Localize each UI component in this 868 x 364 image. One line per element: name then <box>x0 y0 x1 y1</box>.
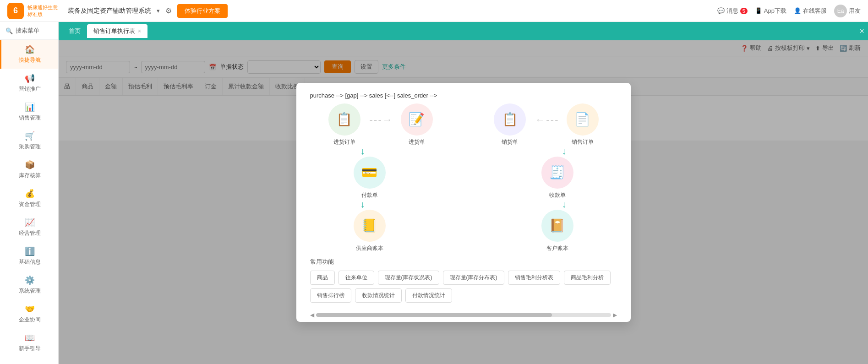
sidebar-item-basic-info[interactable]: ℹ️ 基础信息 <box>0 242 58 271</box>
func-btn-product-margin[interactable]: 商品毛利分析 <box>564 271 611 285</box>
scroll-thumb <box>316 313 552 317</box>
tab-bar: 首页 销售订单执行表 × × <box>59 22 868 40</box>
page-content: ❓ 帮助 🖨 按模板打印 ▾ ⬆ 导出 🔄 刷新 <box>59 40 868 364</box>
tab-home[interactable]: 首页 <box>62 24 87 38</box>
sidebar-item-label: 企业协同 <box>19 316 41 324</box>
tab-sales-order[interactable]: 销售订单执行表 × <box>87 24 147 38</box>
user-avatar: Ea <box>834 5 847 17</box>
func-btn-sales-rank[interactable]: 销售排行榜 <box>310 288 351 303</box>
flow-node-payment[interactable]: 💳 付款单 <box>344 157 395 199</box>
sidebar-item-label: 销售管理 <box>19 114 41 122</box>
sidebar-item-label: 基础信息 <box>19 258 41 266</box>
operations-icon: 📈 <box>25 217 35 228</box>
service-icon: 👤 <box>794 7 801 14</box>
sidebar-item-purchase[interactable]: 🛒 采购管理 <box>0 126 58 155</box>
purchase-label: 进货单 <box>409 138 425 146</box>
arrow-down-receipt: ↓ <box>548 199 580 210</box>
scroll-right-icon[interactable]: ▶ <box>613 312 617 318</box>
arrow-down-payment: ↓ <box>347 199 379 210</box>
sidebar-item-system[interactable]: ⚙️ 系统管理 <box>0 271 58 299</box>
settings-gear-icon[interactable]: ⚙ <box>165 6 172 15</box>
purchase-order-label: 进货订单 <box>333 138 355 146</box>
sidebar-item-label: 快捷导航 <box>19 56 41 64</box>
dropdown-icon[interactable]: ▾ <box>157 7 160 14</box>
func-btn-product[interactable]: 商品 <box>310 271 335 285</box>
func-btn-payment-stats[interactable]: 付款情况统计 <box>405 288 452 303</box>
tab-close-icon[interactable]: × <box>138 28 141 34</box>
scroll-track[interactable] <box>316 313 611 317</box>
main-layout: 🔍 搜索菜单 🏠 快捷导航 📢 营销推广 📊 销售管理 🛒 采购管理 📦 <box>0 22 868 364</box>
logo-area: 6 畅康通好生意 标准版 <box>7 3 62 19</box>
sidebar-item-inventory[interactable]: 📦 库存核算 <box>0 155 58 184</box>
flow-node-purchase-order[interactable]: 📋 进货订单 <box>319 103 370 146</box>
online-service-button[interactable]: 👤 在线客服 <box>794 7 827 15</box>
flow-node-purchase[interactable]: 📝 进货单 <box>392 103 442 146</box>
func-btn-receipt-stats[interactable]: 收款情况统计 <box>355 288 402 303</box>
func-btn-stock-dist[interactable]: 现存量(库存分布表) <box>443 271 504 285</box>
search-icon: 🔍 <box>5 27 13 34</box>
experience-button[interactable]: 体验行业方案 <box>177 4 228 18</box>
user-menu[interactable]: Ea 用友 <box>834 5 861 17</box>
top-bar: 6 畅康通好生意 标准版 装备及固定资产辅助管理系统 ▾ ⚙ 体验行业方案 💬 … <box>0 0 868 22</box>
sidebar-item-label: 资金管理 <box>19 201 41 208</box>
message-button[interactable]: 💬 消息 5 <box>717 7 748 15</box>
info-icon: ℹ️ <box>25 246 35 256</box>
logo-text: 畅康通好生意 标准版 <box>27 4 58 17</box>
marketing-icon: 📢 <box>25 73 35 83</box>
guide-icon: 📖 <box>25 333 35 343</box>
func-btn-stock-status[interactable]: 现存量(库存状况表) <box>378 271 439 285</box>
sidebar-item-cooperation[interactable]: 🤝 企业协同 <box>0 299 58 328</box>
top-bar-left: 6 畅康通好生意 标准版 装备及固定资产辅助管理系统 ▾ ⚙ 体验行业方案 <box>7 3 228 19</box>
logo-icon: 6 <box>7 3 24 19</box>
func-btn-partners[interactable]: 往来单位 <box>338 271 374 285</box>
message-badge: 5 <box>740 8 748 14</box>
flow-node-sales-order[interactable]: 📄 销售订单 <box>557 103 608 146</box>
close-all-tabs-icon[interactable]: × <box>859 27 864 36</box>
sidebar-item-label: 采购管理 <box>19 143 41 151</box>
common-functions: 常用功能 商品 往来单位 现存量(库存状况表) 现存量(库存分布表) 销售毛利分… <box>310 252 617 310</box>
search-menu[interactable]: 🔍 搜索菜单 <box>0 22 58 40</box>
arrow-down-purchase: ↓ <box>347 146 379 157</box>
scroll-left-icon[interactable]: ◀ <box>310 312 314 318</box>
sales-label: 销货单 <box>502 138 518 146</box>
modal-overlay[interactable]: purchase --> [gap] --> sales [<--] sales… <box>59 40 868 364</box>
system-title: 装备及固定资产辅助管理系统 <box>68 7 151 15</box>
inventory-icon: 📦 <box>25 160 35 170</box>
sidebar-item-marketing[interactable]: 📢 营销推广 <box>0 69 58 98</box>
sidebar: 🔍 搜索菜单 🏠 快捷导航 📢 营销推广 📊 销售管理 🛒 采购管理 📦 <box>0 22 59 364</box>
sales-icon: 📊 <box>25 102 35 112</box>
flow-node-sales[interactable]: 📋 销货单 <box>485 103 535 146</box>
flow-node-supplier-ledger[interactable]: 📒 供应商账本 <box>344 210 395 252</box>
func-btn-sales-margin[interactable]: 销售毛利分析表 <box>508 271 560 285</box>
common-functions-title: 常用功能 <box>310 258 617 266</box>
sidebar-item-guide[interactable]: 📖 新手引导 <box>0 328 58 357</box>
sidebar-item-quick-nav[interactable]: 🏠 快捷导航 <box>0 40 58 69</box>
content-area: 首页 销售订单执行表 × × ❓ 帮助 🖨 按 <box>59 22 868 364</box>
arrow-down-sales: ↓ <box>548 146 580 157</box>
receipt-label: 收款单 <box>549 191 566 199</box>
cooperation-icon: 🤝 <box>25 304 35 314</box>
quick-nav-modal: purchase --> [gap] --> sales [<--] sales… <box>296 83 631 322</box>
func-buttons-row2: 销售排行榜 收款情况统计 付款情况统计 <box>310 288 617 303</box>
sales-order-label: 销售订单 <box>572 138 594 146</box>
supplier-ledger-circle: 📒 <box>354 210 386 242</box>
payment-label: 付款单 <box>361 191 378 199</box>
customer-ledger-circle: 📔 <box>541 210 573 242</box>
payment-circle: 💳 <box>354 157 386 189</box>
app-download-button[interactable]: 📱 App下载 <box>755 7 786 15</box>
purchase-order-circle: 📋 <box>328 103 360 136</box>
sales-order-circle: 📄 <box>567 103 599 136</box>
top-bar-right: 💬 消息 5 📱 App下载 👤 在线客服 Ea 用友 <box>717 5 861 17</box>
download-icon: 📱 <box>755 7 762 14</box>
flow-node-customer-ledger[interactable]: 📔 客户账本 <box>532 210 583 252</box>
sidebar-item-finance[interactable]: 💰 资金管理 <box>0 184 58 213</box>
sidebar-item-sales[interactable]: 📊 销售管理 <box>0 98 58 126</box>
sidebar-item-label: 经营管理 <box>19 229 41 237</box>
flow-node-receipt[interactable]: 🧾 收款单 <box>532 157 583 199</box>
home-icon: 🏠 <box>25 44 35 54</box>
customer-ledger-label: 客户账本 <box>546 244 568 252</box>
sidebar-item-operations[interactable]: 📈 经营管理 <box>0 213 58 242</box>
func-buttons-row1: 商品 往来单位 现存量(库存状况表) 现存量(库存分布表) 销售毛利分析表 商品… <box>310 271 617 285</box>
sidebar-item-label: 系统管理 <box>19 287 41 295</box>
modal-content: purchase --> [gap] --> sales [<--] sales… <box>296 83 631 322</box>
